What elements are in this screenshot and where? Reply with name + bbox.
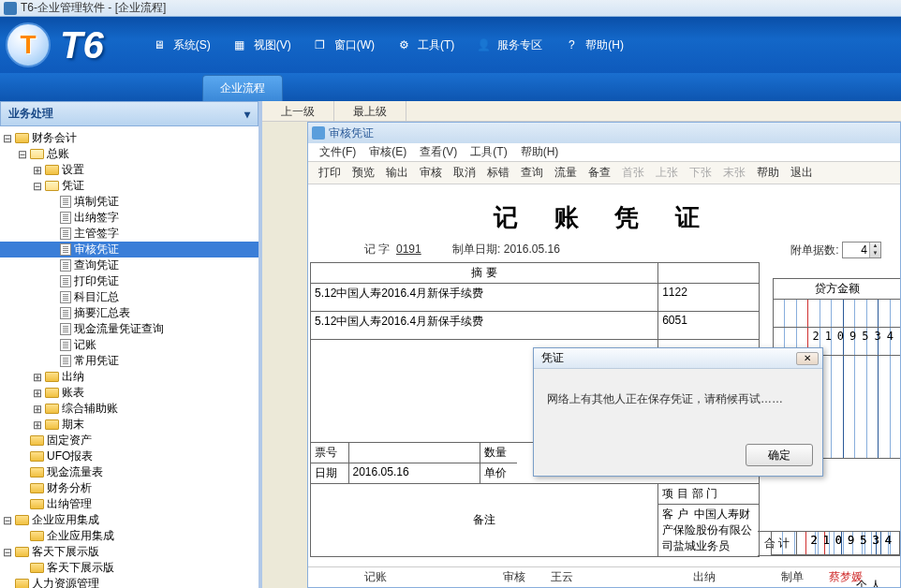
dialog-ok-button[interactable]: 确定 [746, 444, 813, 466]
tree-item[interactable]: ⊟总账 [0, 146, 258, 162]
submenu-item[interactable]: 工具(T) [465, 142, 512, 162]
attach-count-spinner[interactable]: ▲▼ [842, 242, 881, 258]
cust-label: 客 户 [662, 507, 687, 521]
folder-icon [45, 404, 59, 414]
help-icon: ? [563, 37, 580, 53]
folder-icon [45, 181, 59, 191]
tree-toggle[interactable]: ⊞ [30, 419, 45, 432]
menu-monitor[interactable]: 🖥系统(S) [141, 33, 220, 57]
spinner-down[interactable]: ▼ [870, 250, 880, 257]
tree-label: 人力资源管理 [32, 576, 99, 588]
submenu-item[interactable]: 帮助(H) [515, 142, 565, 162]
tree-item[interactable]: 企业应用集成 [0, 528, 258, 544]
submenu-item[interactable]: 审核(E) [363, 142, 412, 162]
tree-item[interactable]: ⊞账表 [0, 385, 258, 401]
tree-item[interactable]: UFO报表 [0, 448, 258, 464]
sidebar-title: 业务处理 [8, 106, 53, 122]
tree-toggle[interactable]: ⊞ [30, 403, 45, 416]
document-icon [60, 259, 71, 272]
toolbar-审核[interactable]: 审核 [415, 163, 447, 183]
dept-label: 部 门 [692, 486, 717, 502]
tree-item[interactable]: 财务分析 [0, 480, 258, 496]
project-label: 项 目 [662, 487, 687, 500]
ticket-label: 票号 [311, 443, 348, 463]
tree-toggle[interactable]: ⊟ [30, 180, 45, 193]
tree-item[interactable]: 查询凭证 [0, 257, 258, 273]
menu-help[interactable]: ?帮助(H) [554, 33, 633, 57]
voucher-body: 记 账 凭 证 记 字 0191 制单日期: 2016.05.16 附单据数: [308, 184, 900, 587]
subject-cell: 1122 [658, 284, 760, 312]
menu-gear[interactable]: ⚙工具(T) [386, 33, 464, 57]
dialog-close-button[interactable]: ✕ [796, 352, 819, 365]
tree-label: 企业应用集成 [32, 512, 99, 528]
toolbar-退出[interactable]: 退出 [786, 163, 818, 183]
dialog-header[interactable]: 凭证 ✕ [534, 348, 822, 369]
tree-toggle[interactable]: ⊟ [15, 148, 30, 161]
tree-item[interactable]: 科目汇总 [0, 289, 258, 305]
tree-toggle[interactable]: ⊟ [0, 514, 15, 527]
tree-label: UFO报表 [47, 448, 93, 464]
tree-item[interactable]: 固定资产 [0, 433, 258, 448]
toolbar-帮助[interactable]: 帮助 [752, 163, 784, 183]
tree-item[interactable]: ⊟客天下展示版 [0, 544, 258, 560]
tree-item[interactable]: ⊟财务会计 [0, 130, 258, 146]
toolbar-取消[interactable]: 取消 [449, 163, 480, 183]
submenu-item[interactable]: 文件(F) [314, 142, 362, 162]
tree-label: 填制凭证 [74, 194, 119, 210]
nav-tree[interactable]: ⊟财务会计⊟总账⊞设置⊟凭证填制凭证出纳签字主管签字审核凭证查询凭证打印凭证科目… [0, 126, 258, 588]
tree-item[interactable]: 人力资源管理 [0, 576, 258, 588]
toolbar-预览[interactable]: 预览 [347, 163, 379, 183]
tree-item[interactable]: 出纳签字 [0, 210, 258, 226]
tree-item[interactable]: ⊞设置 [0, 162, 258, 178]
tab-enterprise-flow[interactable]: 企业流程 [202, 75, 283, 101]
tree-item[interactable]: 打印凭证 [0, 273, 258, 289]
folder-icon [30, 149, 44, 159]
menu-windows[interactable]: ❐窗口(W) [303, 33, 384, 57]
sidebar-collapse-icon[interactable]: ▾ [244, 108, 250, 121]
breadcrumb-item[interactable]: 上一级 [262, 101, 334, 121]
tree-toggle[interactable]: ⊞ [30, 371, 45, 384]
logo-circle: T [6, 22, 51, 67]
tree-item[interactable]: ⊞综合辅助账 [0, 401, 258, 417]
tree-label: 企业应用集成 [47, 528, 114, 544]
summary-cell: 5.12中国人寿2016.4月新保手续费 [311, 312, 658, 340]
app-icon [4, 2, 17, 15]
submenu-item[interactable]: 查看(V) [414, 142, 463, 162]
toolbar-流量[interactable]: 流量 [550, 163, 582, 183]
tree-toggle[interactable]: ⊟ [0, 546, 15, 559]
tree-item[interactable]: 摘要汇总表 [0, 305, 258, 321]
tree-item[interactable]: ⊟凭证 [0, 178, 258, 194]
toolbar-打印[interactable]: 打印 [314, 163, 346, 183]
tree-toggle[interactable]: ⊞ [30, 164, 45, 177]
toolbar-上张: 上张 [651, 163, 683, 183]
toolbar-末张: 末张 [718, 163, 750, 183]
attach-count-input[interactable] [843, 243, 869, 257]
menu-user[interactable]: 👤服务专区 [465, 33, 552, 57]
tree-item[interactable]: ⊞出纳 [0, 369, 258, 385]
tree-label: 出纳管理 [47, 496, 92, 512]
tree-item[interactable]: 常用凭证 [0, 353, 258, 369]
breadcrumb-item[interactable]: 最上级 [334, 101, 406, 121]
toolbar-备查[interactable]: 备查 [583, 163, 615, 183]
spinner-up[interactable]: ▲ [870, 243, 880, 250]
tree-label: 客天下展示版 [32, 544, 99, 560]
tree-item[interactable]: ⊟企业应用集成 [0, 512, 258, 528]
toolbar-标错[interactable]: 标错 [482, 163, 514, 183]
tree-item[interactable]: 现金流量凭证查询 [0, 321, 258, 337]
tree-item[interactable]: 填制凭证 [0, 194, 258, 210]
tree-item[interactable]: 主管签字 [0, 226, 258, 242]
tree-item[interactable]: 出纳管理 [0, 496, 258, 512]
tree-toggle[interactable]: ⊞ [30, 387, 45, 400]
menu-grid[interactable]: ▦视图(V) [222, 33, 301, 57]
toolbar-查询[interactable]: 查询 [516, 163, 548, 183]
sig-audit-name: 王云 [551, 570, 573, 583]
tree-item[interactable]: 现金流量表 [0, 464, 258, 480]
tree-label: 现金流量表 [47, 464, 103, 480]
tree-item[interactable]: 记账 [0, 337, 258, 353]
tree-toggle[interactable]: ⊟ [0, 132, 15, 145]
tree-label: 客天下展示版 [47, 560, 114, 576]
toolbar-输出[interactable]: 输出 [381, 163, 413, 183]
tree-item[interactable]: 审核凭证 [0, 242, 258, 257]
tree-item[interactable]: ⊞期末 [0, 417, 258, 433]
tree-item[interactable]: 客天下展示版 [0, 560, 258, 576]
